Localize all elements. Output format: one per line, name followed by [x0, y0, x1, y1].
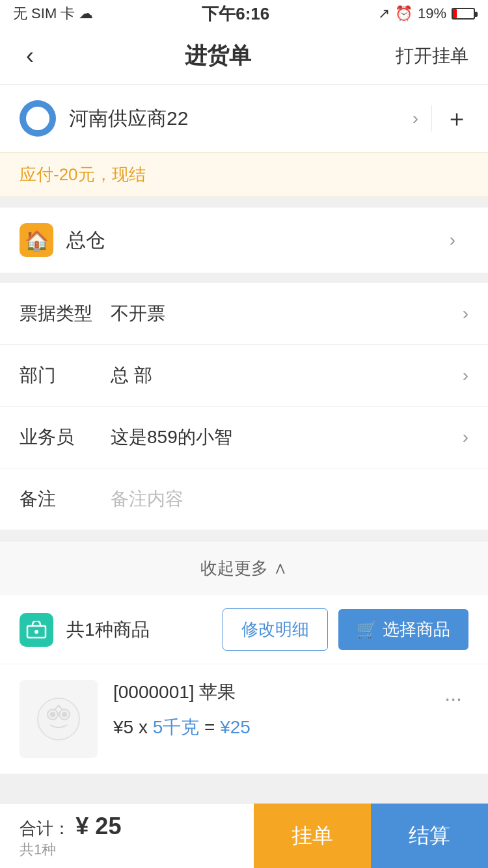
battery-icon: [452, 8, 475, 20]
form-section: 票据类型 不开票 › 部门 总 部 › 业务员 这是859的小智 › 备注 备注…: [0, 283, 488, 530]
department-row[interactable]: 部门 总 部 ›: [0, 345, 488, 407]
svg-point-6: [62, 712, 67, 717]
nav-bar: ‹ 进货单 打开挂单: [0, 27, 488, 85]
invoice-type-label: 票据类型: [20, 301, 111, 326]
signal-text: 无 SIM 卡 ☁: [13, 4, 93, 23]
warehouse-section: 🏠 总仓 ›: [0, 208, 488, 273]
location-icon: ↗: [378, 5, 390, 22]
invoice-type-chevron: ›: [463, 303, 468, 324]
supplier-chevron: ›: [413, 108, 418, 129]
cart-icon: 🛒: [357, 619, 377, 640]
alert-banner: 应付-20元，现结: [0, 152, 488, 197]
warehouse-row[interactable]: 🏠 总仓 ›: [0, 208, 488, 273]
department-chevron: ›: [463, 365, 468, 386]
svg-point-5: [50, 712, 55, 717]
sales-rep-value: 这是859的小智: [111, 425, 463, 450]
department-label: 部门: [20, 363, 111, 388]
product-name: [0000001] 苹果: [113, 680, 438, 705]
status-right: ↗ ⏰ 19%: [378, 5, 475, 22]
supplier-row[interactable]: 河南供应商22 › ＋: [0, 85, 488, 152]
supplier-avatar: [20, 100, 56, 137]
sales-rep-row[interactable]: 业务员 这是859的小智 ›: [0, 407, 488, 468]
status-bar: 无 SIM 卡 ☁ 下午6:16 ↗ ⏰ 19%: [0, 0, 488, 27]
products-section: 共1种商品 修改明细 🛒 选择商品 [0000001] 苹果: [0, 595, 488, 774]
warehouse-chevron: ›: [450, 230, 455, 251]
svg-point-1: [34, 630, 38, 634]
total-section: 合计： ¥ 25 共1种: [0, 813, 254, 860]
collapse-more-button[interactable]: 收起更多 ∧: [0, 541, 488, 595]
product-title: 苹果: [199, 682, 236, 702]
product-info: [0000001] 苹果 ¥5 x 5千克 = ¥25: [113, 680, 438, 740]
price-total: ¥25: [220, 717, 251, 737]
edit-detail-button[interactable]: 修改明细: [223, 608, 328, 651]
products-header: 共1种商品 修改明细 🛒 选择商品: [0, 595, 488, 664]
sales-rep-chevron: ›: [463, 427, 468, 448]
sales-rep-label: 业务员: [20, 425, 111, 450]
checkout-button[interactable]: 结算: [371, 804, 488, 869]
open-pending-button[interactable]: 打开挂单: [396, 44, 468, 68]
avatar-inner: [26, 107, 49, 130]
products-icon: [20, 613, 53, 647]
page-title: 进货单: [185, 41, 251, 71]
warehouse-icon: 🏠: [20, 223, 53, 257]
remark-row[interactable]: 备注 备注内容: [0, 468, 488, 530]
status-time: 下午6:16: [202, 3, 269, 25]
price-base: ¥5: [113, 717, 133, 737]
alarm-icon: ⏰: [395, 5, 413, 22]
invoice-type-row[interactable]: 票据类型 不开票 ›: [0, 283, 488, 345]
invoice-type-value: 不开票: [111, 301, 463, 326]
status-left: 无 SIM 卡 ☁: [13, 4, 93, 23]
remark-input[interactable]: 备注内容: [111, 487, 468, 511]
price-multiply: x: [139, 717, 153, 737]
supplier-name: 河南供应商22: [69, 105, 413, 132]
department-value: 总 部: [111, 363, 463, 388]
add-supplier-button[interactable]: ＋: [445, 103, 468, 135]
hang-order-button[interactable]: 挂单: [254, 804, 371, 869]
product-thumbnail: [20, 680, 98, 758]
product-more-button[interactable]: ···: [438, 680, 468, 717]
back-button[interactable]: ‹: [20, 36, 40, 76]
total-count: 共1种: [20, 840, 234, 860]
battery-text: 19%: [418, 5, 446, 22]
total-label: 合计：: [20, 819, 70, 838]
total-value: ¥ 25: [75, 813, 121, 839]
product-price: ¥5 x 5千克 = ¥25: [113, 715, 438, 740]
select-product-button[interactable]: 🛒 选择商品: [338, 609, 468, 650]
product-item: [0000001] 苹果 ¥5 x 5千克 = ¥25 ···: [0, 664, 488, 774]
product-id: [0000001]: [113, 682, 195, 702]
remark-label: 备注: [20, 487, 111, 511]
price-equals: =: [204, 717, 220, 737]
supplier-section: 河南供应商22 › ＋ 应付-20元，现结: [0, 85, 488, 197]
bottom-bar: 合计： ¥ 25 共1种 挂单 结算: [0, 803, 488, 868]
total-amount: 合计： ¥ 25: [20, 813, 234, 840]
products-count: 共1种商品: [66, 617, 223, 642]
divider: [431, 105, 432, 131]
price-quantity: 5千克: [153, 717, 200, 737]
warehouse-name: 总仓: [66, 227, 450, 254]
